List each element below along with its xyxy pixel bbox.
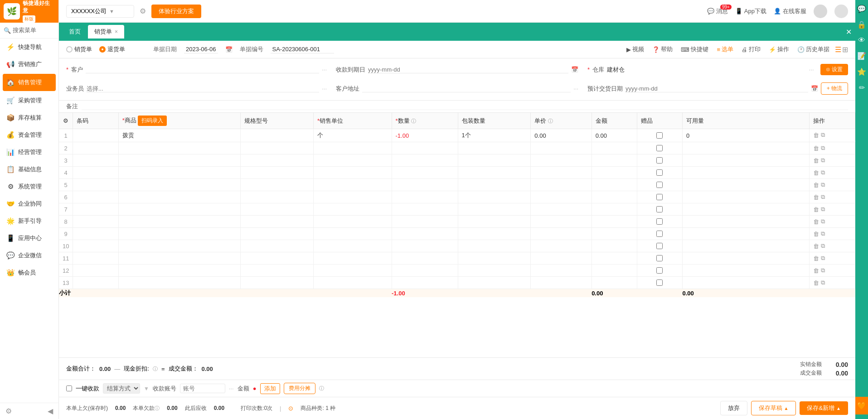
copy-icon[interactable]: ⧉ [821,230,825,237]
sidebar-item-newbie[interactable]: 🌟 新手引导 [0,212,58,230]
row-qty[interactable] [392,142,458,154]
row-price[interactable] [531,216,592,228]
remarks-input[interactable] [82,103,848,110]
row-price[interactable] [531,277,592,289]
copy-icon[interactable]: ⧉ [821,131,825,139]
row-price[interactable]: 0.00 [531,129,592,142]
row-spec[interactable] [241,228,314,240]
row-barcode[interactable] [73,191,118,203]
row-price[interactable] [531,203,592,216]
gift-checkbox[interactable] [656,182,663,188]
delete-icon[interactable]: 🗑 [813,243,819,250]
add-button[interactable]: 添加 [260,383,280,394]
row-gift[interactable] [637,240,682,252]
row-pack-qty[interactable] [458,265,531,277]
minus-icon[interactable]: — [114,366,120,372]
row-gift[interactable] [637,129,682,142]
row-gift[interactable] [637,179,682,191]
row-product[interactable]: 拨贡 [118,129,241,142]
row-qty[interactable] [392,167,458,179]
row-qty[interactable] [392,203,458,216]
delete-icon[interactable]: 🗑 [813,218,819,225]
row-spec[interactable] [241,240,314,252]
row-product[interactable] [118,216,241,228]
row-barcode[interactable] [73,265,118,277]
row-unit[interactable] [313,179,392,191]
row-amount[interactable] [592,277,637,289]
row-amount[interactable] [592,228,637,240]
row-price[interactable] [531,167,592,179]
panel-note-icon[interactable]: 📝 [857,52,866,60]
tab-home[interactable]: 首页 [63,25,87,39]
row-barcode[interactable] [73,252,118,265]
copy-icon[interactable]: ⧉ [821,267,825,274]
panel-edit-icon[interactable]: ✏ [859,83,865,92]
row-pack-qty[interactable] [458,203,531,216]
salesperson-more-icon[interactable]: ··· [322,85,327,92]
app-download-button[interactable]: 📱 App下载 [735,7,766,15]
delete-icon[interactable]: 🗑 [813,182,819,188]
copy-icon[interactable]: ⧉ [821,218,825,225]
row-price[interactable] [531,142,592,154]
panel-eye-icon[interactable]: 👁 [858,36,865,44]
row-unit[interactable] [313,154,392,167]
row-gift[interactable] [637,277,682,289]
gift-checkbox[interactable] [656,243,663,249]
row-spec[interactable] [241,167,314,179]
row-barcode[interactable] [73,129,118,142]
row-spec[interactable] [241,203,314,216]
message-button[interactable]: 💬 消息 99+ [707,7,728,15]
settings-bottom-icon[interactable]: ⚙ [5,407,12,415]
settings-button[interactable]: ⊙ 设置 [820,64,848,75]
row-barcode[interactable] [73,277,118,289]
row-product[interactable] [118,142,241,154]
gift-checkbox[interactable] [656,231,663,237]
panel-chat-icon[interactable]: 💬 [857,5,866,13]
customer-input[interactable] [86,66,319,73]
date-value[interactable]: 2023-06-06 [184,45,218,53]
row-qty[interactable] [392,179,458,191]
row-barcode[interactable] [73,142,118,154]
grid-view-icon[interactable]: ⊞ [842,45,848,54]
sidebar-item-appstore[interactable]: 📱 应用中心 [0,230,58,247]
copy-icon[interactable]: ⧉ [821,279,825,286]
row-product[interactable] [118,240,241,252]
row-amount[interactable] [592,167,637,179]
radio-return[interactable]: 退货单 [99,45,125,53]
fee-info-icon[interactable]: ⓘ [319,385,324,392]
copy-icon[interactable]: ⧉ [821,255,825,262]
account-input[interactable] [180,384,225,393]
row-qty[interactable] [392,252,458,265]
row-barcode[interactable] [73,179,118,191]
sidebar-item-purchase[interactable]: 🛒 采购管理 [0,92,58,109]
row-price[interactable] [531,240,592,252]
account-more-icon[interactable]: ··· [229,385,234,392]
panel-bottom-icon[interactable]: 🧡 [855,397,868,414]
row-unit[interactable] [313,228,392,240]
row-barcode[interactable] [73,216,118,228]
row-amount[interactable] [592,265,637,277]
row-qty[interactable] [392,277,458,289]
gift-checkbox[interactable] [656,255,663,261]
payment-due-input[interactable] [368,66,568,73]
delete-icon[interactable]: 🗑 [813,267,819,274]
row-spec[interactable] [241,252,314,265]
settings-gear-icon[interactable]: ⚙ [140,7,146,15]
row-amount[interactable] [592,191,637,203]
delete-icon[interactable]: 🗑 [813,169,819,176]
row-qty[interactable] [392,240,458,252]
row-amount[interactable] [592,154,637,167]
row-unit[interactable] [313,216,392,228]
row-barcode[interactable] [73,240,118,252]
row-unit[interactable] [313,203,392,216]
row-gift[interactable] [637,265,682,277]
online-service-button[interactable]: 👤 在线客服 [774,7,806,15]
row-product[interactable] [118,179,241,191]
avatar2[interactable] [834,5,848,18]
row-pack-qty[interactable] [458,252,531,265]
copy-icon[interactable]: ⧉ [821,242,825,250]
row-spec[interactable] [241,129,314,142]
row-qty[interactable] [392,191,458,203]
row-product[interactable] [118,265,241,277]
row-price[interactable] [531,252,592,265]
